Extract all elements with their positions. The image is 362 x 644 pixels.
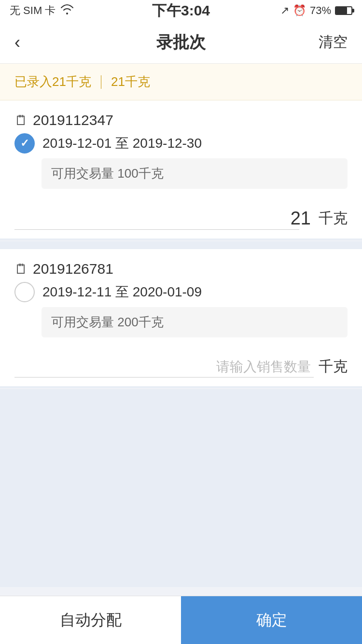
wifi-icon [60, 4, 74, 17]
batch-2-input-unit: 千克 [319, 357, 348, 377]
auto-distribute-label: 自动分配 [60, 610, 122, 631]
batch-2-availability: 可用交易量 200千克 [42, 307, 348, 337]
location-icon: ↗ [280, 4, 289, 17]
section-separator-1 [0, 241, 362, 249]
confirm-label: 确定 [256, 610, 287, 631]
status-right: ↗ ⏰ 73% [280, 4, 352, 17]
batch-2-checkbox[interactable] [14, 282, 35, 302]
back-button[interactable]: ‹ [14, 32, 20, 53]
batch-2-id: 2019126781 [33, 261, 113, 277]
batch-2-date: 2019-12-11 至 2020-01-09 [42, 283, 202, 301]
batch-2-header: 🗒 2019126781 [0, 249, 362, 282]
batch-1-date: 2019-12-01 至 2019-12-30 [42, 134, 202, 153]
batch-card-2: 🗒 2019126781 2019-12-11 至 2020-01-09 可用交… [0, 249, 362, 388]
confirm-button[interactable]: 确定 [181, 596, 362, 644]
status-bar: 无 SIM 卡 下午3:04 ↗ ⏰ 73% [0, 0, 362, 21]
recorded-label: 已录入21千克 [14, 73, 91, 90]
batch-2-input-placeholder[interactable]: 请输入销售数量 [216, 358, 311, 376]
batch-1-id: 2019112347 [33, 112, 113, 128]
batch-1-date-row: 2019-12-01 至 2019-12-30 [0, 133, 362, 158]
info-banner: 已录入21千克 21千克 [0, 64, 362, 100]
batch-card-1: 🗒 2019112347 2019-12-01 至 2019-12-30 可用交… [0, 100, 362, 240]
status-left: 无 SIM 卡 [10, 3, 74, 18]
batch-2-doc-icon: 🗒 [14, 261, 28, 277]
batch-1-amount-unit: 千克 [319, 209, 348, 228]
battery-icon [335, 6, 352, 15]
batch-1-input-underline [14, 229, 299, 230]
batch-1-amount-row: 21 千克 [0, 198, 362, 240]
status-time: 下午3:04 [152, 1, 210, 21]
alarm-icon: ⏰ [293, 4, 306, 17]
battery-percent: 73% [310, 4, 331, 17]
batch-1-checkbox[interactable] [14, 133, 35, 154]
batch-1-amount-value[interactable]: 21 [291, 208, 311, 229]
bottom-bar: 自动分配 确定 [0, 596, 362, 644]
info-divider [101, 75, 101, 89]
batch-1-availability: 可用交易量 100千克 [42, 158, 348, 189]
batch-2-input-underline [14, 377, 314, 378]
recorded-value: 21千克 [111, 73, 150, 90]
batch-1-header: 🗒 2019112347 [0, 100, 362, 133]
nav-bar: ‹ 录批次 清空 [0, 21, 362, 64]
page-title: 录批次 [156, 31, 206, 54]
clear-button[interactable]: 清空 [319, 32, 348, 52]
gray-area [0, 389, 362, 587]
carrier-text: 无 SIM 卡 [10, 3, 56, 18]
batch-2-date-row: 2019-12-11 至 2020-01-09 [0, 282, 362, 307]
batch-2-input-row: 请输入销售数量 千克 [0, 347, 362, 388]
auto-distribute-button[interactable]: 自动分配 [0, 596, 181, 644]
batch-1-doc-icon: 🗒 [14, 112, 28, 128]
